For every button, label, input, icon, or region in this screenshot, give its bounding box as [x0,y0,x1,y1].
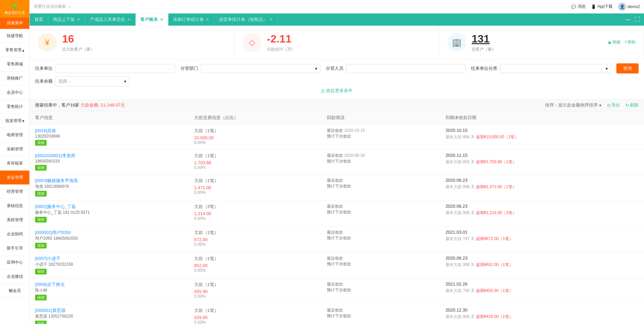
filter-person-input[interactable]: ··· [346,64,466,73]
debt-amount[interactable]: 1,703.68 [194,160,316,165]
overdue-amount[interactable]: 超期¥652.00（1笔） [476,262,513,267]
collection-cell: 最近收款 2020-10-15 预计下次收款 [321,124,440,149]
search-menu-item[interactable]: 搜索菜单 [0,18,29,29]
tab-purchase-order[interactable]: 采购订单统计表 ✕ [168,13,214,26]
overdue-amount[interactable]: 超期¥1,703.68（1笔） [476,159,516,164]
sidebar-item-enterprise[interactable]: 企业协同 [0,227,29,241]
overdue-amount[interactable]: 超期¥1,214.00（3笔） [476,210,516,215]
filter-unit-category-label: 往来单位分类 [471,65,497,71]
sort-control[interactable]: 排序：按欠款金额倒序排序 ▾ [545,102,601,108]
filter-source-unit-input[interactable]: ··· [55,64,175,73]
debt-amount[interactable]: 10,000.00 [194,135,316,140]
overdue-days: 最长欠款 998 天 超期¥1,471.00（1笔） [446,184,639,190]
customer-id[interactable]: [0006]去下粮仓 [35,282,184,288]
sidebar-item-quick-nav[interactable]: 快捷导航 [0,29,29,43]
sidebar-item-newguide[interactable]: 新手引导 [0,241,29,256]
overdue-amount[interactable]: 超期¥429.00（1笔） [476,314,513,319]
video-link[interactable]: ▶ 视频 [609,39,620,45]
filter-person-dots: ··· [459,66,463,71]
chevron-down-icon-bal: ▾ [124,79,127,84]
debt-amount[interactable]: 672.00 [194,237,316,242]
filter-balance-select[interactable]: 选择... ▾ [55,76,130,86]
overdue-amount[interactable]: 超期¥1,471.00（1笔） [476,184,516,189]
tab-purchase-order-close[interactable]: ✕ [206,17,209,22]
customer-tag: 现销 [35,217,47,223]
dropdown-icon: ▾ [69,4,71,9]
overdue-amount[interactable]: 超期¥455.90（1笔） [476,288,513,293]
customer-id[interactable]: [0003]畅捷服务尹海燕 [35,178,184,184]
customer-tag: 现销 [35,321,47,324]
sidebar-item-member2[interactable]: 畅会员 [0,284,29,298]
customer-id[interactable]: [0002]服务中心_丁磊 [35,204,184,210]
tab-home[interactable]: 首页 [30,13,48,26]
sidebar-item-ecom[interactable]: 电商管理 [0,128,29,142]
customer-phone: 黄思源 13552700226 [35,314,184,319]
collapse-label: 收起更多条件 [326,88,353,94]
tabs-expand-btn[interactable]: ⛶ [633,17,641,23]
sidebar-item-retail-stat[interactable]: 零售统计 [0,100,29,114]
sidebar-item-retail-mgmt[interactable]: 零售管理 ▴ [0,43,29,57]
tab-product-shelf[interactable]: 商品上下架 ✕ [48,13,85,26]
tabs-minimize-btn[interactable]: — [624,17,632,23]
debt-percent: 0.00% [194,268,316,273]
sidebar-item-finance[interactable]: 资金管理 [0,171,29,185]
tab-customer-account-close[interactable]: ✕ [160,17,163,22]
sidebar-item-marketing[interactable]: 营销推广 [0,71,29,86]
filter-source-unit-dots: ··· [168,66,172,71]
tab-inbound-stat-close[interactable]: ✕ [269,17,273,22]
tab-inbound-stat-label: 进货单统计表（按商品） [219,17,267,23]
filter-dept: 分管部门 ▾ [180,64,320,73]
debt-amount[interactable]: 1,214.00 [194,211,316,216]
sidebar-item-member[interactable]: 会员中心 [0,86,29,100]
customer-id[interactable]: [000001]黄思源 [35,307,184,314]
sidebar-item-sys[interactable]: 系统管理 [0,213,29,227]
due-date: 2020.12.30 [446,307,639,313]
col-collection: 回款情况 [321,111,440,124]
overdue-amount[interactable]: 超期¥10,000.00（1笔） [476,135,519,139]
debt-amount[interactable]: 652.00 [194,263,316,268]
customer-id[interactable]: [0001020001]李老师 [35,153,184,159]
total-debt-info: -2.11 欠款合计（万） [267,33,295,52]
tab-inbound-stat[interactable]: 进货单统计表（按商品） ✕ [214,13,278,26]
tab-product-history-close[interactable]: ✕ [127,17,131,22]
filter-dept-select[interactable]: ▾ [201,64,320,73]
collapse-filter-btn[interactable]: ⋀ 收起更多条件 [35,88,639,94]
debt-amount[interactable]: 455.90 [194,289,316,294]
summary-card-total-debt: ◇ -2.11 欠款合计（万） [234,26,439,59]
customer-id[interactable]: [0016]吴俊 [35,128,184,134]
sidebar-item-retail-store[interactable]: 零售商城 [0,57,29,71]
debt-amount[interactable]: 1,471.00 [194,185,316,190]
tab-product-shelf-close[interactable]: ✕ [77,17,80,22]
sidebar-item-ops[interactable]: 经营管理 [0,185,29,199]
customer-phone: 13026203696 [35,134,184,139]
debt-amount[interactable]: 429.00 [194,315,316,320]
customer-tag: 现销 [35,140,47,146]
customer-tag: 现销 [35,243,47,248]
tab-customer-account[interactable]: 客户账本 ✕ [136,13,168,26]
app-download-btn[interactable]: 📱 App下载 [591,4,613,9]
overdue-amount[interactable]: 超期¥672.00（1笔） [476,236,513,241]
user-avatar[interactable]: 👤 demo2 [618,3,640,11]
last-collection: 最近收款 [327,307,435,313]
customer-id[interactable]: [0007]小进干 [35,256,184,262]
export-btn[interactable]: ⊙ 导出 [607,102,620,108]
customer-id[interactable]: [000002]用户2050 [35,230,184,236]
sidebar-item-purchase[interactable]: 采购管理 [0,142,29,156]
total-debt-num: -2.11 [267,33,295,45]
customer-tag: 现销 [35,165,47,171]
filter-unit-category: 往来单位分类 ▾ [471,64,611,73]
tab-product-history[interactable]: 产成品入库单历史 ✕ [85,13,136,26]
collection-cell: 最近收款 2020-06-30 预计下次收款 [321,149,440,174]
sidebar-item-inventory[interactable]: 库存核算 [0,156,29,171]
sidebar-item-appcenter[interactable]: 应用中心 [0,256,29,270]
search-button[interactable]: 查询 [616,63,639,73]
sidebar-item-corpwx[interactable]: 企业微信 [0,270,29,284]
help-link[interactable]: ? 帮助 [624,39,636,45]
sidebar-item-base[interactable]: 基础信息 [0,199,29,213]
refresh-btn[interactable]: ↻ 刷新 [625,102,639,108]
sidebar-item-wholesale[interactable]: 批发管理 ▾ [0,114,29,128]
next-collection: 预计下次收款 [327,183,435,189]
debt-cell: 欠款（1笔） 672.00 0.00% [189,226,322,252]
filter-unit-category-select[interactable]: ▾ [500,64,611,73]
message-btn[interactable]: 💬 消息 [571,4,586,9]
